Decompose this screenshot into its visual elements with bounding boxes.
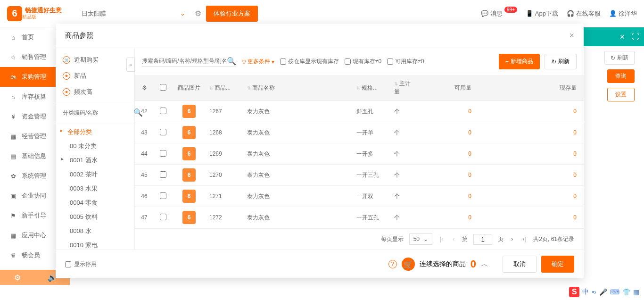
checkbox[interactable] [280,58,286,65]
chevron-up-icon[interactable]: ︿ [481,259,488,269]
checkbox[interactable] [65,261,71,267]
row-index: 45 [135,165,154,186]
cell-name: 泰力灰色 [243,165,353,186]
table-row[interactable]: 42 6 1267 泰力灰色 斜五孔 个 0 0 [135,101,584,122]
checkbox[interactable] [160,84,166,91]
page-prev-icon[interactable]: ‹ [451,236,456,242]
row-checkbox[interactable] [160,108,166,114]
checkbox[interactable] [345,58,351,65]
gear-icon[interactable]: ⚙ [190,9,206,18]
collapse-handle[interactable]: « [126,58,135,72]
show-disabled-check[interactable]: 显示停用 [65,260,97,268]
message-icon: 💬 [481,10,488,17]
table-row[interactable]: 46 6 1271 泰力灰色 一开双 个 0 0 [135,186,584,207]
category-search-input[interactable] [63,109,133,116]
col-unit[interactable]: ⇅主计量 [390,75,419,101]
table-row[interactable]: 45 6 1270 泰力灰色 一开三孔 个 0 0 [135,165,584,186]
ime-mic-icon[interactable]: 🎤 [599,288,607,296]
checkbox-label: 显示停用 [74,260,97,268]
messages-button[interactable]: 💬 消息 99+ [481,9,517,18]
row-checkbox[interactable] [160,129,166,135]
online-service-button[interactable]: 🎧 在线客服 [567,9,601,18]
category-item[interactable]: 0004 零食 [56,196,134,210]
cell-stock: 0 [475,207,584,228]
headset-icon: 🎧 [567,10,574,17]
close-tab-icon[interactable]: × [619,32,625,42]
search-icon[interactable]: 🔍 [133,108,143,117]
modal-left-panel: « 🛒近期购买 ★新品 ★频次高 🔍 全部分类00 未分类0001 酒水0002… [56,48,135,250]
check-avail-nonzero[interactable]: 可用库存≠0 [387,58,424,66]
col-code[interactable]: ⇅商品... [206,75,243,101]
bg-settings-button[interactable]: 设置 [607,88,635,101]
table-row[interactable]: 43 6 1268 泰力灰色 一开单 个 0 0 [135,122,584,143]
page-next-icon[interactable]: › [509,236,515,242]
col-gear[interactable]: ⚙ [135,75,154,101]
ime-logo-icon[interactable]: S [569,287,579,297]
avatar-icon: 👤 [609,10,617,17]
category-item[interactable]: 全部分类 [56,125,134,139]
fullscreen-icon[interactable]: ⛶ [632,33,639,41]
add-product-button[interactable]: +新增商品 [499,54,540,69]
cancel-button[interactable]: 取消 [503,256,537,273]
col-image[interactable]: 商品图片 [173,75,206,101]
logo[interactable]: 6 畅捷通好生意 精品版 [7,6,77,21]
bg-query-button[interactable]: 查询 [607,69,635,83]
category-item[interactable]: 0005 饮料 [56,210,134,224]
page-last-icon[interactable]: ›| [520,236,528,242]
category-item[interactable]: 0002 茶叶 [56,167,134,182]
page-prefix: 第 [462,235,468,243]
ime-keyboard-icon[interactable]: ⌨ [610,288,619,296]
check-stock-nonzero[interactable]: 现有库存≠0 [345,58,381,66]
page-input[interactable] [473,234,492,245]
col-checkall[interactable] [154,75,173,101]
ime-mode[interactable]: 中 [582,288,589,296]
category-item[interactable]: 0001 酒水 [56,153,134,167]
page-first-icon[interactable]: |‹ [438,236,445,242]
app-download-button[interactable]: 📱 App下载 [526,9,558,18]
confirm-button[interactable]: 确定 [541,256,574,273]
company-dropdown[interactable]: 日太阳膜 ⌄ [77,9,190,18]
category-item[interactable]: 0003 水果 [56,182,134,196]
more-filter-button[interactable]: ▽更多条件▾ [242,58,274,66]
product-search-input[interactable] [142,58,227,64]
row-checkbox[interactable] [160,150,166,157]
check-warehouse[interactable]: 按仓库显示现有库存 [280,58,339,66]
per-page-select[interactable]: 50⌄ [409,233,432,245]
col-stock[interactable]: 现存量 [475,75,584,101]
selected-label: 连续选择的商品 [420,260,466,268]
col-available[interactable]: 可用量 [419,75,475,101]
ime-grid-icon[interactable]: ▦ [633,288,639,296]
product-thumb-icon: 6 [182,105,196,118]
category-item[interactable]: 0008 水 [56,224,134,238]
cell-code: 1270 [206,165,243,186]
ime-punct-icon[interactable]: •› [592,288,596,296]
cell-stock: 0 [475,143,584,165]
table-row[interactable]: 44 6 1269 泰力灰色 一开多 个 0 0 [135,143,584,165]
col-spec[interactable]: ⇅规格... [353,75,390,101]
col-name[interactable]: ⇅商品名称 [243,75,353,101]
category-item[interactable]: 00 未分类 [56,139,134,153]
checkbox[interactable] [387,58,393,65]
row-checkbox[interactable] [160,214,166,220]
refresh-button[interactable]: ↻刷新 [545,54,577,69]
row-checkbox[interactable] [160,171,166,178]
cell-available: 0 [419,101,475,122]
row-checkbox[interactable] [160,192,166,199]
quick-tab-new[interactable]: ★新品 [56,68,134,84]
help-icon[interactable]: ? [388,260,397,268]
category-item[interactable]: 0010 家电 [56,238,134,250]
sidebar-item-label: 基础信息 [22,152,46,160]
table-row[interactable]: 47 6 1272 泰力灰色 一开五孔 个 0 0 [135,207,584,228]
bg-refresh-button[interactable]: ↻刷新 [604,51,635,65]
quick-tab-recent[interactable]: 🛒近期购买 [56,52,134,68]
cell-available: 0 [419,143,475,165]
settings-button[interactable]: ⚙ [0,270,35,285]
modal-close-icon[interactable]: × [569,31,574,41]
ime-skin-icon[interactable]: 👕 [622,288,630,296]
logo-subtext: 精品版 [22,14,62,20]
user-menu[interactable]: 👤 徐泽华 [609,9,637,18]
search-icon[interactable]: 🔍 [227,57,236,66]
quick-tab-frequent[interactable]: ★频次高 [56,84,134,100]
user-name: 徐泽华 [619,9,637,18]
trial-button[interactable]: 体验行业方案 [206,6,258,22]
